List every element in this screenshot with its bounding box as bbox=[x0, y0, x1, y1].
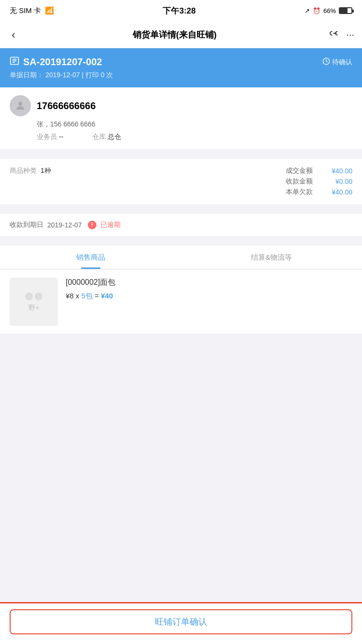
product-logo: 野+ bbox=[19, 286, 48, 318]
product-type-label: 商品种类 bbox=[10, 167, 37, 175]
carrier-text: 无 SIM 卡 bbox=[10, 6, 41, 15]
header-top-row: SA-20191207-002 待确认 bbox=[10, 56, 352, 68]
customer-section: 17666666666 张，156 6666 6666 业务员 -- 仓库 总仓 bbox=[0, 87, 362, 149]
sales-label: 业务员 bbox=[37, 133, 57, 140]
order-icon bbox=[10, 56, 19, 68]
tab-sales-product[interactable]: 销售商品 bbox=[0, 246, 181, 269]
overdue-text: 已逾期 bbox=[100, 221, 121, 229]
price-separator: = bbox=[93, 292, 101, 300]
customer-name: 张，156 6666 6666 bbox=[10, 120, 352, 129]
received-amount-label: 收款金额 bbox=[286, 177, 313, 186]
overdue-icon: ! bbox=[88, 221, 97, 229]
wifi-icon: 📶 bbox=[45, 6, 54, 15]
due-date-label: 收款到期日 bbox=[10, 221, 43, 229]
confirm-order-button[interactable]: 旺铺订单确认 bbox=[10, 609, 352, 634]
order-date-meta: 单据日期： 2019-12-07 | 打印 0 次 bbox=[10, 71, 352, 80]
product-qty: 5包 bbox=[82, 292, 93, 300]
tab-settlement[interactable]: 结算&物流等 bbox=[181, 246, 362, 269]
owed-amount-value: ¥40.00 bbox=[319, 188, 352, 196]
warehouse-info: 仓库 总仓 bbox=[92, 133, 121, 141]
product-details: [0000002]面包 ¥8 x 5包 = ¥40 bbox=[66, 278, 352, 301]
status-bar: 无 SIM 卡 📶 下午3:28 ↗ ⏰ 66% bbox=[0, 0, 362, 21]
tabs-section: 销售商品 结算&物流等 bbox=[0, 246, 362, 269]
alarm-icon: ⏰ bbox=[313, 7, 320, 14]
back-button[interactable]: ‹ bbox=[8, 24, 19, 45]
divider-2 bbox=[0, 209, 362, 214]
sales-info: 业务员 -- bbox=[37, 133, 63, 141]
deal-amount-label: 成交金额 bbox=[286, 167, 313, 175]
page-title: 销货单详情(来自旺铺) bbox=[19, 29, 330, 41]
warehouse-value: 总仓 bbox=[108, 133, 121, 140]
unit-price: ¥8 x bbox=[66, 292, 82, 300]
deal-amount-row: 成交金额 ¥40.00 bbox=[286, 167, 352, 175]
svg-point-8 bbox=[35, 293, 42, 300]
product-thumbnail: 野+ bbox=[10, 278, 58, 326]
battery-percent: 66% bbox=[323, 7, 336, 14]
received-amount-row: 收款金额 ¥0.00 bbox=[286, 177, 352, 186]
clock-icon bbox=[322, 57, 330, 67]
divider-1 bbox=[0, 154, 362, 159]
product-type-info: 商品种类 1种 bbox=[10, 167, 286, 175]
share-icon[interactable] bbox=[330, 28, 340, 41]
customer-meta: 业务员 -- 仓库 总仓 bbox=[10, 133, 352, 141]
nav-bar: ‹ 销货单详情(来自旺铺) ··· bbox=[0, 21, 362, 48]
order-status-badge: 待确认 bbox=[322, 57, 352, 67]
product-price-row: ¥8 x 5包 = ¥40 bbox=[66, 292, 352, 301]
divider-3 bbox=[0, 241, 362, 246]
product-name: [0000002]面包 bbox=[66, 278, 352, 288]
bottom-space bbox=[0, 334, 362, 469]
owed-amount-label: 本单欠款 bbox=[286, 188, 313, 196]
svg-text:野+: 野+ bbox=[28, 304, 39, 311]
order-header-card: SA-20191207-002 待确认 单据日期： 2019-12-07 | 打… bbox=[0, 48, 362, 87]
owed-amount-row: 本单欠款 ¥40.00 bbox=[286, 188, 352, 196]
warehouse-label: 仓库 bbox=[92, 133, 106, 140]
customer-phone-row: 17666666666 bbox=[10, 95, 352, 116]
more-icon[interactable]: ··· bbox=[346, 29, 354, 40]
status-left: 无 SIM 卡 📶 bbox=[10, 6, 54, 15]
confirm-btn-wrapper: 旺铺订单确认 bbox=[0, 602, 362, 644]
svg-point-7 bbox=[25, 293, 33, 300]
location-icon: ↗ bbox=[305, 7, 310, 14]
received-amount-value: ¥0.00 bbox=[319, 178, 352, 185]
product-type-value: 1种 bbox=[41, 167, 51, 175]
status-right: ↗ ⏰ 66% bbox=[305, 7, 352, 14]
sales-value: -- bbox=[59, 133, 63, 140]
summary-section: 商品种类 1种 成交金额 ¥40.00 收款金额 ¥0.00 本单欠款 ¥40.… bbox=[0, 159, 362, 204]
due-date-section: 收款到期日 2019-12-07 ! 已逾期 bbox=[0, 214, 362, 236]
tabs-bar: 销售商品 结算&物流等 bbox=[0, 246, 362, 269]
order-id: SA-20191207-002 bbox=[10, 56, 102, 68]
amount-info: 成交金额 ¥40.00 收款金额 ¥0.00 本单欠款 ¥40.00 bbox=[286, 167, 352, 196]
status-text: 待确认 bbox=[332, 58, 352, 67]
product-total: ¥40 bbox=[101, 292, 113, 300]
avatar bbox=[10, 95, 31, 116]
battery-icon bbox=[339, 7, 352, 14]
nav-actions: ··· bbox=[330, 28, 354, 41]
due-date-value: 2019-12-07 bbox=[47, 221, 82, 229]
time-display: 下午3:28 bbox=[163, 5, 195, 16]
svg-point-6 bbox=[18, 102, 22, 106]
customer-phone: 17666666666 bbox=[37, 100, 96, 112]
deal-amount-value: ¥40.00 bbox=[319, 167, 352, 175]
product-item: 野+ [0000002]面包 ¥8 x 5包 = ¥40 bbox=[0, 270, 362, 334]
